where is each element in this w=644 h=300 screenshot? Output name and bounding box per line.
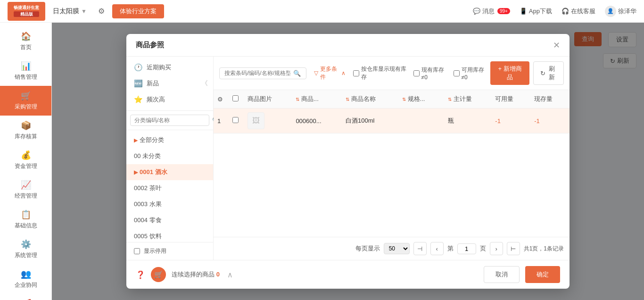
col-spec[interactable]: ⇅ 规格... [398, 90, 444, 108]
show-disabled-checkbox[interactable] [134, 248, 140, 254]
category-item-unclassified[interactable]: 00 未分类 [126, 148, 213, 164]
selected-count: 0 [216, 271, 220, 278]
frequent-item[interactable]: ⭐ 频次高 [130, 92, 200, 107]
sidebar-item-operations[interactable]: 📈 经营管理 [0, 175, 51, 205]
store-chevron-icon: ▼ [81, 8, 87, 15]
page-number-input[interactable] [457, 243, 476, 254]
enterprise-icon: 👥 [21, 269, 31, 279]
conditions-chevron-icon: ∧ [341, 70, 346, 76]
messages-btn[interactable]: 💬 消息 99+ [473, 7, 510, 16]
product-img: 🖼 [248, 112, 264, 129]
sidebar-item-sales[interactable]: 📊 销售管理 [0, 56, 51, 86]
user-menu[interactable]: 👤 徐泽华 [605, 6, 636, 17]
category-item-all[interactable]: ▶ 全部分类 [126, 132, 213, 148]
store-selector[interactable]: 日太阳膜 ▼ [53, 7, 87, 16]
category-item-beverage[interactable]: 0005 饮料 [126, 228, 213, 242]
existing-stock-filter[interactable]: 现有库存≠0 [413, 66, 447, 81]
modal-close-btn[interactable]: ✕ [553, 41, 560, 50]
modal-refresh-btn[interactable]: ↻ 刷新 [533, 61, 564, 85]
active-arrow-icon: ▶ [134, 169, 138, 175]
page-size-select[interactable]: 50 10 20 100 [384, 243, 410, 254]
app-logo: 畅捷通好生意 精品版 [8, 2, 45, 21]
existing-stock-checkbox[interactable] [413, 70, 420, 76]
category-footer: 显示停用 [126, 242, 213, 260]
pagination-bar: 每页显示 50 10 20 100 ⊣ ‹ 第 页 [214, 237, 570, 260]
footer-collapse-icon[interactable]: ∧ [227, 270, 233, 279]
product-table: ⚙ 商品图片 ⇅ 商品... [214, 90, 570, 133]
add-product-btn[interactable]: + 新增商品 [490, 61, 529, 85]
system-icon: ⚙️ [21, 239, 31, 250]
col-settings[interactable]: ⚙ [214, 90, 229, 108]
sidebar-item-system[interactable]: ⚙️ 系统管理 [0, 234, 51, 264]
product-search-input[interactable] [224, 70, 290, 76]
col-name[interactable]: ⇅ 商品名称 [342, 90, 398, 108]
sidebar-item-enterprise[interactable]: 👥 企业协同 [0, 264, 51, 294]
cart-icon: 🛒 [151, 267, 166, 282]
row-spec [398, 108, 444, 133]
category-nav: 🕐 近期购买 🆕 新品 ⭐ 频次高 [126, 57, 213, 111]
page-word2: 页 [480, 244, 486, 253]
online-service-btn[interactable]: 🎧 在线客服 [561, 7, 595, 16]
cancel-btn[interactable]: 取消 [484, 266, 520, 283]
prev-page-btn[interactable]: ‹ [430, 242, 444, 255]
col-code[interactable]: ⇅ 商品... [292, 90, 342, 108]
table-row[interactable]: 1 🖼 000600... 白酒100ml 瓶 [214, 108, 570, 133]
main-layout: 🏠 首页 📊 销售管理 🛒 采购管理 📦 库存核算 💰 资金管理 📈 经营管理 … [0, 23, 644, 300]
product-table-wrapper: ⚙ 商品图片 ⇅ 商品... [214, 90, 570, 237]
col-unit[interactable]: ⇅ 主计量 [444, 90, 491, 108]
page-size-label: 每页显示 [355, 244, 380, 253]
more-conditions-btn[interactable]: ▽ 更多条件 ∧ [314, 65, 346, 81]
modal-action-btns: + 新增商品 ↻ 刷新 [490, 61, 564, 85]
row-unit: 瓶 [444, 108, 491, 133]
product-search-icon[interactable]: 🔍 [293, 70, 301, 77]
navbar: 畅捷通好生意 精品版 日太阳膜 ▼ ⚙ 体验行业方案 💬 消息 99+ 📱 Ap… [0, 0, 644, 23]
category-panel: 🕐 近期购买 🆕 新品 ⭐ 频次高 [126, 57, 214, 260]
sidebar-item-finance[interactable]: 💰 资金管理 [0, 145, 51, 175]
confirm-btn[interactable]: 确定 [525, 266, 560, 283]
first-page-btn[interactable]: ⊣ [413, 242, 427, 255]
category-item-snack[interactable]: 0004 零食 [126, 212, 213, 228]
selected-label: 连续选择的商品 0 [172, 270, 220, 279]
modal-overlay: 商品参照 ✕ 🕐 近期购买 [52, 23, 644, 300]
main-content: 查询 设置 ↻ 刷新 商品参照 ✕ [52, 23, 644, 300]
sort-icon-unit: ⇅ [448, 97, 452, 102]
page-word: 第 [447, 244, 454, 253]
recent-purchase-item[interactable]: 🕐 近期购买 [130, 60, 200, 75]
sidebar: 🏠 首页 📊 销售管理 🛒 采购管理 📦 库存核算 💰 资金管理 📈 经营管理 … [0, 23, 52, 300]
sort-icon-spec: ⇅ [402, 97, 406, 102]
inventory-icon: 📦 [21, 120, 31, 131]
settings-icon[interactable]: ⚙ [98, 7, 105, 16]
sidebar-item-purchase[interactable]: 🛒 采购管理 [0, 86, 51, 116]
sidebar-item-home[interactable]: 🏠 首页 [0, 26, 51, 56]
modal-footer: ❓ 🛒 连续选择的商品 0 ∧ 取消 确定 [126, 260, 570, 289]
help-icon[interactable]: ❓ [136, 270, 145, 279]
warehouse-stock-filter[interactable]: 按仓库显示现有库存 [353, 65, 406, 81]
available-stock-filter[interactable]: 可用库存≠0 [454, 66, 487, 81]
available-stock-checkbox[interactable] [454, 70, 460, 76]
last-page-btn[interactable]: ⊢ [507, 242, 520, 255]
category-item-liquor[interactable]: ▶ 0001 酒水 [126, 164, 213, 180]
app-download-btn[interactable]: 📱 App下载 [520, 7, 552, 16]
warehouse-stock-checkbox[interactable] [353, 70, 359, 76]
filter-icon: ▽ [314, 70, 318, 76]
category-item-tea[interactable]: 0002 茶叶 [126, 180, 213, 196]
trial-btn[interactable]: 体验行业方案 [112, 4, 164, 18]
arrow-right-icon: ▶ [134, 137, 138, 143]
col-available: 可用量 [491, 90, 530, 108]
finance-icon: 💰 [21, 150, 31, 160]
modal-header: 商品参照 ✕ [126, 34, 570, 57]
select-all-checkbox[interactable] [232, 95, 239, 101]
new-products-item[interactable]: 🆕 新品 [130, 76, 200, 91]
next-page-btn[interactable]: › [490, 242, 503, 255]
sidebar-item-basic-info[interactable]: 📋 基础信息 [0, 205, 51, 234]
category-search-input[interactable] [130, 115, 209, 126]
category-item-fruit[interactable]: 0003 水果 [126, 196, 213, 212]
panel-collapse-btn[interactable]: 《 [200, 75, 209, 92]
sidebar-item-inventory[interactable]: 📦 库存核算 [0, 116, 51, 145]
sidebar-item-guide[interactable]: 🚀 新手引导 [0, 294, 51, 300]
row-name: 白酒100ml [342, 108, 398, 133]
row-checkbox[interactable] [232, 117, 239, 123]
category-list: ▶ 全部分类 00 未分类 ▶ 0001 酒水 0002 茶 [126, 130, 213, 242]
sales-icon: 📊 [21, 61, 31, 71]
checkbox-filters: 按仓库显示现有库存 现有库存≠0 可用库存≠0 [353, 65, 487, 81]
